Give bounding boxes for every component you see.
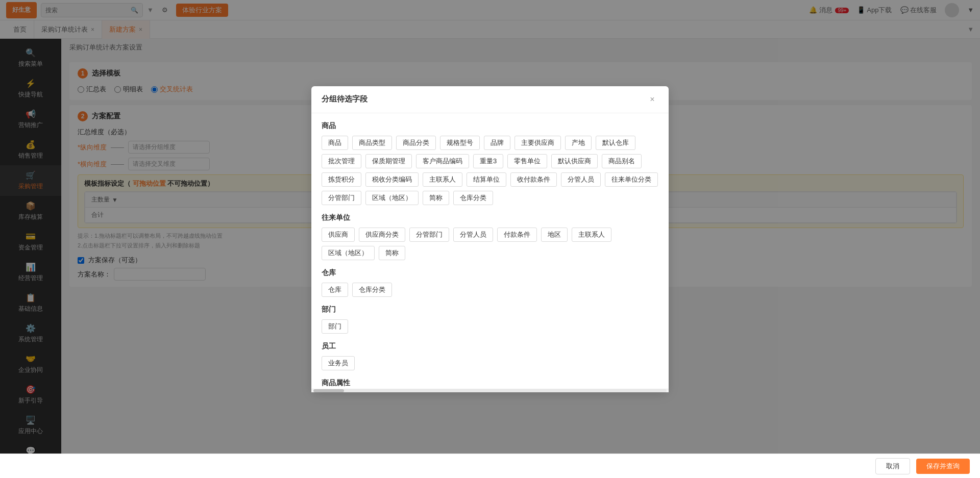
field-tag[interactable]: 零售单位 <box>507 154 547 168</box>
hscroll-thumb[interactable] <box>313 389 344 392</box>
field-tag[interactable]: 保质期管理 <box>365 154 412 168</box>
section-title-warehouse: 仓库 <box>322 268 658 278</box>
field-tag[interactable]: 往来单位分类 <box>605 172 658 187</box>
field-grid-partner: 供应商供应商分类分管部门分管人员付款条件地区主联系人区域（地区）简称 <box>322 228 658 260</box>
field-tag[interactable]: 品牌 <box>484 136 510 150</box>
field-tag[interactable]: 商品 <box>322 136 348 150</box>
section-partner: 往来单位供应商供应商分类分管部门分管人员付款条件地区主联系人区域（地区）简称 <box>322 213 658 260</box>
field-tag[interactable]: 产地 <box>565 136 592 150</box>
field-tag[interactable]: 拣货积分 <box>322 172 361 187</box>
field-grid-department: 部门 <box>322 319 658 334</box>
field-grid-goods: 商品商品类型商品分类规格型号品牌主要供应商产地默认仓库批次管理保质期管理客户商品… <box>322 136 658 205</box>
modal-close-btn[interactable]: × <box>646 93 658 106</box>
section-title-product_attr: 商品属性 <box>322 379 658 388</box>
section-product_attr: 商品属性属性颜色多规格尺码鞋码1 <box>322 379 658 389</box>
section-department: 部门部门 <box>322 305 658 334</box>
field-tag[interactable]: 商品类型 <box>352 136 392 150</box>
field-tag[interactable]: 分管部门 <box>322 191 361 205</box>
field-tag[interactable]: 仓库 <box>322 283 348 297</box>
field-tag[interactable]: 默认供应商 <box>551 154 598 168</box>
field-tag[interactable]: 供应商 <box>322 228 355 242</box>
section-title-employee: 员工 <box>322 342 658 351</box>
field-tag[interactable]: 部门 <box>322 319 348 334</box>
field-tag[interactable]: 税收分类编码 <box>365 172 419 187</box>
field-tag[interactable]: 仓库分类 <box>453 191 493 205</box>
field-tag[interactable]: 地区 <box>541 228 568 242</box>
modal-hscrollbar[interactable] <box>311 389 669 392</box>
field-tag[interactable]: 区域（地区） <box>365 191 419 205</box>
field-grid-warehouse: 仓库仓库分类 <box>322 283 658 297</box>
field-tag[interactable]: 付款条件 <box>497 228 537 242</box>
field-tag[interactable]: 主联系人 <box>423 172 462 187</box>
modal-header: 分组待选字段 × <box>311 86 669 113</box>
field-tag[interactable]: 规格型号 <box>440 136 480 150</box>
bottom-bar: 取消 保存并查询 <box>0 454 980 478</box>
field-tag[interactable]: 区域（地区） <box>322 246 375 260</box>
field-tag[interactable]: 收付款条件 <box>510 172 557 187</box>
field-grid-employee: 业务员 <box>322 356 658 370</box>
field-tag[interactable]: 供应商分类 <box>359 228 405 242</box>
field-tag[interactable]: 商品别名 <box>602 154 642 168</box>
field-tag[interactable]: 客户商品编码 <box>416 154 469 168</box>
field-tag[interactable]: 主要供应商 <box>514 136 561 150</box>
modal-title: 分组待选字段 <box>322 94 368 104</box>
field-tag[interactable]: 分管人员 <box>561 172 601 187</box>
field-tag[interactable]: 结算单位 <box>467 172 506 187</box>
section-goods: 商品商品商品类型商品分类规格型号品牌主要供应商产地默认仓库批次管理保质期管理客户… <box>322 121 658 205</box>
field-tag[interactable]: 批次管理 <box>322 154 361 168</box>
section-title-partner: 往来单位 <box>322 213 658 222</box>
field-tag[interactable]: 分管人员 <box>453 228 493 242</box>
section-warehouse: 仓库仓库仓库分类 <box>322 268 658 297</box>
modal-body: 商品商品商品类型商品分类规格型号品牌主要供应商产地默认仓库批次管理保质期管理客户… <box>311 113 669 389</box>
section-employee: 员工业务员 <box>322 342 658 370</box>
section-title-goods: 商品 <box>322 121 658 131</box>
field-tag[interactable]: 简称 <box>379 246 405 260</box>
field-tag[interactable]: 简称 <box>423 191 449 205</box>
field-tag[interactable]: 默认仓库 <box>596 136 635 150</box>
field-tag[interactable]: 业务员 <box>322 356 355 370</box>
field-tag[interactable]: 主联系人 <box>572 228 611 242</box>
section-title-department: 部门 <box>322 305 658 314</box>
hscroll-track <box>313 389 667 392</box>
field-tag[interactable]: 仓库分类 <box>352 283 392 297</box>
field-picker-modal: 分组待选字段 × 商品商品商品类型商品分类规格型号品牌主要供应商产地默认仓库批次… <box>311 86 669 392</box>
field-tag[interactable]: 分管部门 <box>409 228 449 242</box>
field-tag[interactable]: 重量3 <box>473 154 503 168</box>
save-button[interactable]: 保存并查询 <box>916 459 970 474</box>
field-tag[interactable]: 商品分类 <box>396 136 436 150</box>
cancel-button[interactable]: 取消 <box>875 458 910 474</box>
